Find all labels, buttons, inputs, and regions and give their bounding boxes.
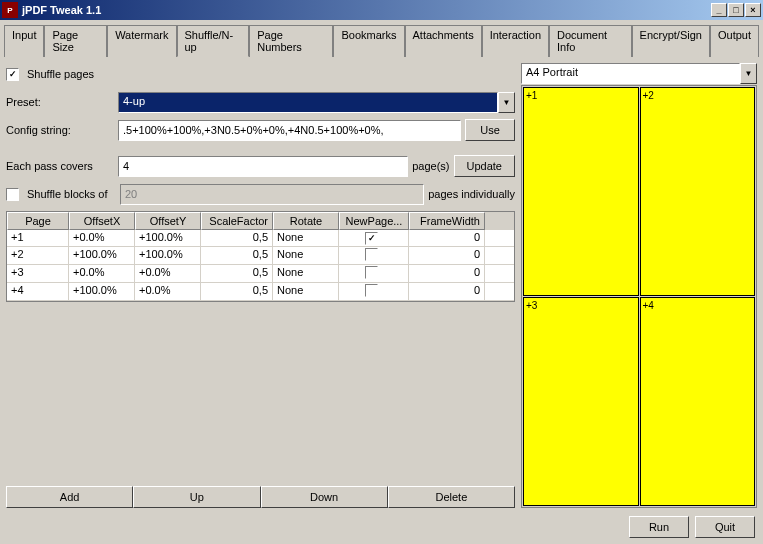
blocks-label: Shuffle blocks of: [27, 188, 116, 200]
cell[interactable]: +0.0%: [69, 230, 135, 246]
preview-page-label: +2: [643, 90, 654, 101]
newpage-checkbox[interactable]: [365, 266, 378, 279]
cell[interactable]: None: [273, 265, 339, 282]
tab-shuffle-n-up[interactable]: Shuffle/N-up: [177, 25, 250, 57]
cell[interactable]: 0: [409, 230, 485, 246]
add-button[interactable]: Add: [6, 486, 133, 508]
preset-select[interactable]: 4-up: [118, 92, 498, 113]
preview-page: +3: [523, 297, 639, 506]
titlebar: P jPDF Tweak 1.1 _ □ ×: [0, 0, 763, 20]
column-header[interactable]: Page: [7, 212, 69, 230]
cell[interactable]: [339, 283, 409, 300]
table-row[interactable]: +3+0.0%+0.0%0,5None0: [7, 265, 514, 283]
tab-watermark[interactable]: Watermark: [107, 25, 176, 57]
config-input[interactable]: [118, 120, 461, 141]
column-header[interactable]: OffsetY: [135, 212, 201, 230]
tab-attachments[interactable]: Attachments: [405, 25, 482, 57]
right-pane: A4 Portrait ▼ +1+2+3+4: [521, 63, 757, 508]
cell[interactable]: +0.0%: [135, 265, 201, 282]
cell[interactable]: +3: [7, 265, 69, 282]
shuffle-pages-label: Shuffle pages: [27, 68, 94, 80]
preview-page: +2: [640, 87, 756, 296]
pages-label: page(s): [412, 160, 449, 172]
cell[interactable]: 0,5: [201, 283, 273, 300]
cell[interactable]: 0: [409, 247, 485, 264]
cell[interactable]: +0.0%: [69, 265, 135, 282]
cell[interactable]: 0: [409, 283, 485, 300]
shuffle-pages-checkbox[interactable]: [6, 68, 19, 81]
cell[interactable]: +100.0%: [69, 283, 135, 300]
app-icon: P: [2, 2, 18, 18]
cell[interactable]: +2: [7, 247, 69, 264]
minimize-button[interactable]: _: [711, 3, 727, 17]
cell[interactable]: None: [273, 230, 339, 246]
media-dropdown-icon[interactable]: ▼: [740, 63, 757, 84]
tab-page-size[interactable]: Page Size: [44, 25, 107, 57]
left-pane: Shuffle pages Preset: 4-up ▼ Config stri…: [6, 63, 515, 508]
close-button[interactable]: ×: [745, 3, 761, 17]
cell[interactable]: +1: [7, 230, 69, 246]
shuffle-table: PageOffsetXOffsetYScaleFactorRotateNewPa…: [6, 211, 515, 302]
tab-page-numbers[interactable]: Page Numbers: [249, 25, 333, 57]
cell[interactable]: +100.0%: [135, 230, 201, 246]
preview-page-label: +3: [526, 300, 537, 311]
use-button[interactable]: Use: [465, 119, 515, 141]
cell[interactable]: None: [273, 283, 339, 300]
tab-bar: InputPage SizeWatermarkShuffle/N-upPage …: [4, 24, 759, 57]
column-header[interactable]: NewPage...: [339, 212, 409, 230]
config-label: Config string:: [6, 124, 114, 136]
pass-label: Each pass covers: [6, 160, 114, 172]
column-header[interactable]: OffsetX: [69, 212, 135, 230]
preview-page-label: +4: [643, 300, 654, 311]
pass-input[interactable]: [118, 156, 408, 177]
preset-label: Preset:: [6, 96, 114, 108]
table-row[interactable]: +4+100.0%+0.0%0,5None0: [7, 283, 514, 301]
maximize-button[interactable]: □: [728, 3, 744, 17]
newpage-checkbox[interactable]: [365, 232, 378, 245]
preview-page-label: +1: [526, 90, 537, 101]
cell[interactable]: +100.0%: [135, 247, 201, 264]
cell[interactable]: 0: [409, 265, 485, 282]
cell[interactable]: [339, 265, 409, 282]
cell[interactable]: 0,5: [201, 230, 273, 246]
window-title: jPDF Tweak 1.1: [22, 4, 711, 16]
newpage-checkbox[interactable]: [365, 248, 378, 261]
cell[interactable]: 0,5: [201, 265, 273, 282]
blocks-input: [120, 184, 424, 205]
cell[interactable]: 0,5: [201, 247, 273, 264]
up-button[interactable]: Up: [133, 486, 260, 508]
preview-area: +1+2+3+4: [521, 85, 757, 508]
column-header[interactable]: FrameWidth: [409, 212, 485, 230]
cell[interactable]: +0.0%: [135, 283, 201, 300]
media-select[interactable]: A4 Portrait: [521, 63, 740, 84]
cell[interactable]: [339, 247, 409, 264]
newpage-checkbox[interactable]: [365, 284, 378, 297]
down-button[interactable]: Down: [261, 486, 388, 508]
cell[interactable]: +100.0%: [69, 247, 135, 264]
preview-page: +4: [640, 297, 756, 506]
tab-interaction[interactable]: Interaction: [482, 25, 549, 57]
cell[interactable]: +4: [7, 283, 69, 300]
table-row[interactable]: +2+100.0%+100.0%0,5None0: [7, 247, 514, 265]
tab-input[interactable]: Input: [4, 25, 44, 57]
tab-encrypt-sign[interactable]: Encrypt/Sign: [632, 25, 710, 57]
run-button[interactable]: Run: [629, 516, 689, 538]
cell[interactable]: [339, 230, 409, 246]
preset-dropdown-icon[interactable]: ▼: [498, 92, 515, 113]
column-header[interactable]: Rotate: [273, 212, 339, 230]
update-button[interactable]: Update: [454, 155, 515, 177]
blocks-checkbox[interactable]: [6, 188, 19, 201]
delete-button[interactable]: Delete: [388, 486, 515, 508]
table-row[interactable]: +1+0.0%+100.0%0,5None0: [7, 230, 514, 247]
preview-page: +1: [523, 87, 639, 296]
column-header[interactable]: ScaleFactor: [201, 212, 273, 230]
cell[interactable]: None: [273, 247, 339, 264]
tab-output[interactable]: Output: [710, 25, 759, 57]
tab-document-info[interactable]: Document Info: [549, 25, 632, 57]
tab-bookmarks[interactable]: Bookmarks: [333, 25, 404, 57]
quit-button[interactable]: Quit: [695, 516, 755, 538]
individually-label: pages individually: [428, 188, 515, 200]
